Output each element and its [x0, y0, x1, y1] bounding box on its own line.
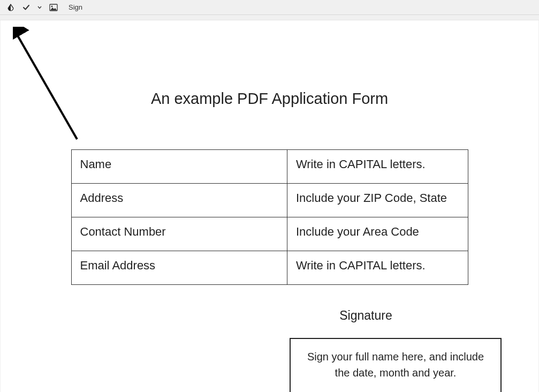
field-label: Name [71, 150, 287, 184]
pdf-page: An example PDF Application Form Name Wri… [1, 20, 538, 392]
checkmark-icon[interactable] [22, 4, 30, 11]
table-row: Address Include your ZIP Code, State [71, 184, 468, 217]
field-label: Contact Number [71, 217, 287, 251]
field-label: Address [71, 184, 287, 217]
form-table: Name Write in CAPITAL letters. Address I… [71, 149, 468, 285]
fill-sign-toolbar: Sign [0, 0, 539, 15]
field-hint: Include your ZIP Code, State [287, 184, 468, 217]
svg-point-1 [51, 5, 53, 7]
signature-box[interactable]: Sign your full name here, and include th… [290, 338, 502, 392]
document-title: An example PDF Application Form [43, 90, 496, 108]
field-hint: Write in CAPITAL letters. [287, 251, 468, 285]
field-hint: Write in CAPITAL letters. [287, 150, 468, 184]
table-row: Name Write in CAPITAL letters. [71, 150, 468, 184]
sign-button[interactable]: Sign [69, 3, 82, 11]
signature-heading: Signature [236, 308, 496, 323]
field-hint: Include your Area Code [287, 217, 468, 251]
image-icon[interactable] [49, 4, 58, 11]
dropdown-caret-icon[interactable] [37, 5, 42, 10]
table-row: Contact Number Include your Area Code [71, 217, 468, 251]
toolbar-divider [0, 15, 539, 20]
table-row: Email Address Write in CAPITAL letters. [71, 251, 468, 285]
ink-sign-icon[interactable] [6, 3, 15, 12]
document-viewport: An example PDF Application Form Name Wri… [0, 20, 539, 392]
field-label: Email Address [71, 251, 287, 285]
